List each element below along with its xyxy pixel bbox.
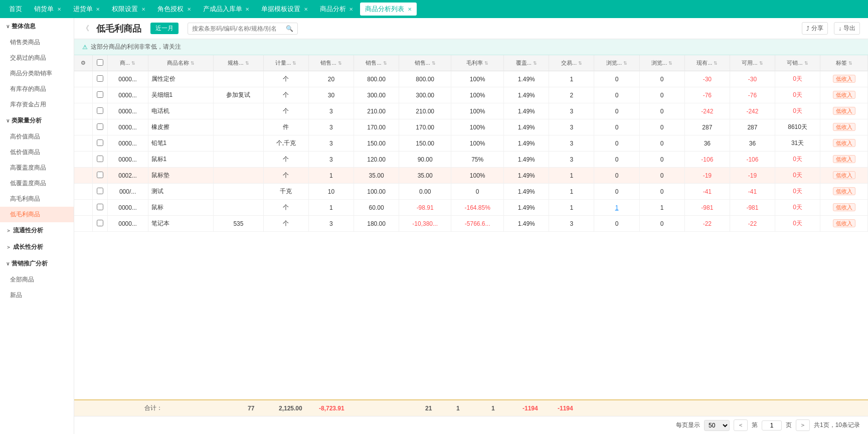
sidebar-item-low-value[interactable]: 低价值商品 xyxy=(0,144,74,160)
sidebar-item-high-value[interactable]: 高价值商品 xyxy=(0,129,74,144)
nav-purchase[interactable]: 进货单 ✕ xyxy=(68,3,105,16)
sidebar-item-stock-capital[interactable]: 库存资金占用 xyxy=(0,97,74,112)
sidebar-section-cluster[interactable]: ∨ 类聚量分析 xyxy=(0,112,74,129)
nav-product-entry[interactable]: 产成品入库单 ✕ xyxy=(198,3,255,16)
row-checkbox[interactable] xyxy=(92,200,107,216)
nav-role-close[interactable]: ✕ xyxy=(187,7,191,12)
col-current-stock[interactable]: 现有... ⇅ xyxy=(684,55,730,71)
nav-product-entry-close[interactable]: ✕ xyxy=(245,7,249,12)
row-select-checkbox[interactable] xyxy=(97,107,103,114)
nav-home[interactable]: 首页 xyxy=(4,3,27,16)
col-browse2[interactable]: 浏览... ⇅ xyxy=(639,55,684,71)
next-page-btn[interactable]: ＞ xyxy=(796,419,810,431)
export-button[interactable]: ↓ 导出 xyxy=(834,22,860,35)
nav-goods-analysis-close[interactable]: ✕ xyxy=(349,7,353,12)
row-checkbox[interactable] xyxy=(92,71,107,87)
sidebar-section-growth[interactable]: ＞ 成长性分析 xyxy=(0,239,74,255)
sidebar-item-new-goods[interactable]: 新品 xyxy=(0,287,74,303)
col-sale-price[interactable]: 销售... ⇅ xyxy=(354,55,399,71)
sidebar-item-all-goods[interactable]: 全部商品 xyxy=(0,272,74,287)
row-checkbox[interactable] xyxy=(92,216,107,232)
sidebar-item-low-coverage[interactable]: 低覆盖度商品 xyxy=(0,176,74,191)
sidebar-item-traded-goods[interactable]: 交易过的商品 xyxy=(0,50,74,66)
row-checkbox[interactable] xyxy=(92,87,107,103)
col-trade[interactable]: 交易... ⇅ xyxy=(549,55,594,71)
nav-sales-close[interactable]: ✕ xyxy=(57,7,61,12)
col-tag[interactable]: 标签 ⇅ xyxy=(820,55,868,71)
sidebar: ∨ 整体信息 销售类商品 交易过的商品 商品分类助销率 有库存的商品 库存资金占… xyxy=(0,18,74,434)
sidebar-section-overall[interactable]: ∨ 整体信息 xyxy=(0,18,74,35)
nav-template-close[interactable]: ✕ xyxy=(304,7,308,12)
nav-goods-analysis[interactable]: 商品分析 ✕ xyxy=(315,3,359,16)
prev-page-btn[interactable]: ＜ xyxy=(734,419,748,431)
nav-goods-analysis-list-close[interactable]: ✕ xyxy=(408,7,412,12)
row-coverage: 1.49% xyxy=(504,71,549,87)
col-spec[interactable]: 规格... ⇅ xyxy=(214,55,264,71)
nav-role[interactable]: 角色授权 ✕ xyxy=(152,3,196,16)
col-sale-profit[interactable]: 销售... ⇅ xyxy=(399,55,451,71)
row-select-checkbox[interactable] xyxy=(97,156,103,162)
row-select-checkbox[interactable] xyxy=(97,188,103,194)
sidebar-item-stock-goods[interactable]: 有库存的商品 xyxy=(0,81,74,97)
row-browse1[interactable]: 1 xyxy=(594,200,639,216)
col-sale-count[interactable]: 销售... ⇅ xyxy=(308,55,354,71)
row-select-checkbox[interactable] xyxy=(97,75,103,82)
row-saleable: 0天 xyxy=(775,200,820,216)
row-checkbox[interactable] xyxy=(92,103,107,119)
row-select-checkbox[interactable] xyxy=(97,123,103,130)
col-unit[interactable]: 计量... ⇅ xyxy=(263,55,308,71)
col-name[interactable]: 商品名称 ⇅ xyxy=(148,55,214,71)
row-select-checkbox[interactable] xyxy=(97,204,103,210)
share-button[interactable]: ⤴ 分享 xyxy=(802,22,828,35)
row-trade-count: 1 xyxy=(549,168,594,184)
sidebar-item-sales-goods[interactable]: 销售类商品 xyxy=(0,35,74,50)
row-spec xyxy=(214,200,264,216)
nav-permission[interactable]: 权限设置 ✕ xyxy=(107,3,150,16)
col-gross-rate[interactable]: 毛利率 ⇅ xyxy=(451,55,504,71)
row-checkbox[interactable] xyxy=(92,184,107,200)
row-select-checkbox[interactable] xyxy=(97,139,103,146)
row-checkbox[interactable] xyxy=(92,119,107,135)
col-browse1[interactable]: 浏览... ⇅ xyxy=(594,55,639,71)
col-coverage[interactable]: 覆盖... ⇅ xyxy=(504,55,549,71)
nav-template[interactable]: 单据模板设置 ✕ xyxy=(256,3,313,16)
nav-permission-close[interactable]: ✕ xyxy=(141,7,145,12)
footer-browse1: 1 xyxy=(456,405,491,412)
sidebar-item-low-gross[interactable]: 低毛利商品 xyxy=(0,207,74,222)
page-title: 低毛利商品 xyxy=(96,23,141,35)
nav-goods-analysis-list[interactable]: 商品分析列表 ✕ xyxy=(360,3,417,16)
table-row: 0000... 鼠标1 个 3 120.00 90.00 75% 1.49% 3… xyxy=(74,152,868,168)
search-icon[interactable]: 🔍 xyxy=(286,25,293,32)
sidebar-section-flow[interactable]: ＞ 流通性分析 xyxy=(0,222,74,239)
row-checkbox[interactable] xyxy=(92,152,107,168)
page-suffix: 页 xyxy=(786,421,792,429)
sidebar-collapse-btn[interactable]: 《 xyxy=(82,24,89,33)
row-checkbox[interactable] xyxy=(92,135,107,152)
row-sale-price: 60.00 xyxy=(354,200,399,216)
section-arrow-flow: ＞ xyxy=(6,227,11,234)
sidebar-item-high-gross[interactable]: 高毛利商品 xyxy=(0,191,74,207)
row-select-checkbox[interactable] xyxy=(97,220,103,226)
col-available[interactable]: 可用... ⇅ xyxy=(730,55,775,71)
tag-badge: 低收入 xyxy=(833,203,855,211)
select-all-checkbox[interactable] xyxy=(97,59,103,66)
sidebar-item-category-rate[interactable]: 商品分类助销率 xyxy=(0,66,74,81)
page-number-input[interactable] xyxy=(762,420,782,430)
search-input[interactable] xyxy=(192,25,283,32)
col-saleable[interactable]: 可销... ⇅ xyxy=(775,55,820,71)
period-button[interactable]: 近一月 xyxy=(150,23,179,34)
nav-sales[interactable]: 销货单 ✕ xyxy=(29,3,66,16)
col-checkbox[interactable] xyxy=(92,55,107,71)
nav-purchase-close[interactable]: ✕ xyxy=(96,7,100,12)
row-browse1: 0 xyxy=(594,216,639,232)
row-select-checkbox[interactable] xyxy=(97,172,103,178)
row-spec: 535 xyxy=(214,216,264,232)
row-select-checkbox[interactable] xyxy=(97,91,103,98)
per-page-select[interactable]: 50 100 200 xyxy=(704,420,730,431)
sidebar-section-marketing[interactable]: ∨ 营销推广分析 xyxy=(0,255,74,272)
col-code[interactable]: 商... ⇅ xyxy=(107,55,148,71)
sidebar-item-high-coverage[interactable]: 高覆盖度商品 xyxy=(0,160,74,176)
row-browse1: 0 xyxy=(594,119,639,135)
col-settings[interactable]: ⚙ xyxy=(74,55,92,71)
row-checkbox[interactable] xyxy=(92,168,107,184)
